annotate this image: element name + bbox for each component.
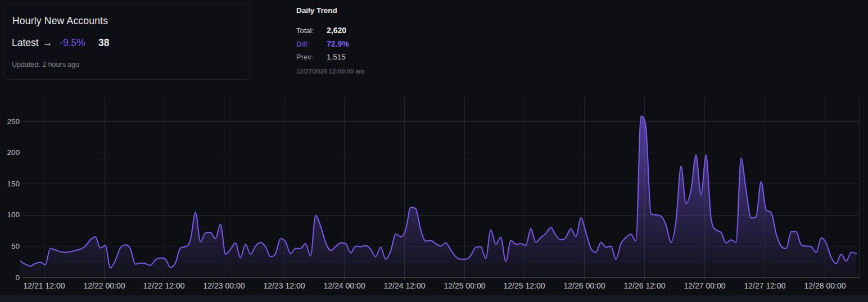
x-tick-label: 12/25 00:00 [444, 281, 486, 290]
x-tick-label: 12/24 00:00 [324, 281, 365, 290]
x-tick-label: 12/21 12:00 [24, 281, 65, 290]
x-tick-label: 12/23 00:00 [204, 281, 245, 290]
series-layer [20, 116, 856, 277]
horizontal-scrollbar[interactable] [0, 295, 868, 302]
y-tick-label: 250 [7, 117, 20, 126]
x-tick-label: 12/22 12:00 [143, 281, 185, 290]
y-tick-label: 0 [15, 273, 20, 282]
y-tick-label: 100 [7, 211, 20, 219]
dashboard-panel: Hourly New Accounts Latest → -9.5% 38 Up… [0, 0, 868, 302]
x-tick-label: 12/25 12:00 [504, 281, 545, 290]
series-area-fill [20, 116, 856, 277]
x-tick-label: 12/27 12:00 [744, 281, 786, 290]
y-tick-label: 50 [11, 242, 20, 250]
x-tick-label: 12/27 00:00 [684, 281, 726, 290]
x-tick-label: 12/26 12:00 [624, 281, 666, 290]
x-tick-label: 12/26 00:00 [564, 281, 605, 290]
hourly-accounts-area-chart[interactable]: 05010015020025012/21 12:0012/22 00:0012/… [0, 0, 868, 302]
y-tick-label: 150 [7, 180, 20, 188]
x-tick-label: 12/24 12:00 [384, 281, 426, 290]
x-tick-label: 12/28 00:00 [804, 281, 846, 290]
y-tick-label: 200 [7, 148, 20, 157]
x-tick-label: 12/23 12:00 [264, 281, 305, 290]
x-tick-label: 12/22 00:00 [84, 281, 125, 290]
